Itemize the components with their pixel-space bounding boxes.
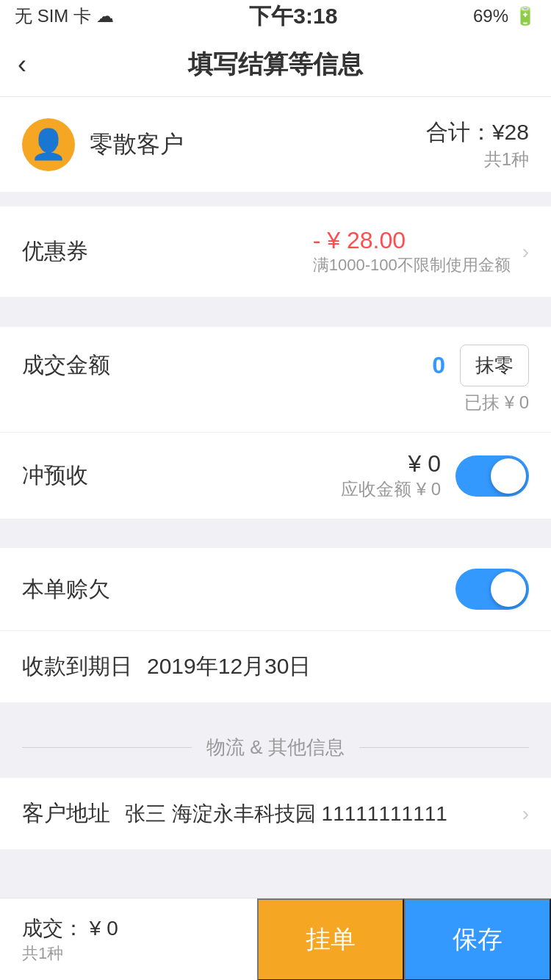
content: 👤 零散客户 合计：¥28 共1种 优惠券 - ¥ 28.00 满1000-10… (0, 97, 551, 952)
total-amount: 合计：¥28 (426, 118, 529, 148)
transaction-section: 成交金额 0 抹零 已抹 ¥ 0 冲预收 ¥ 0 应收金额 ¥ 0 (0, 327, 551, 519)
transaction-value: 0 (432, 352, 445, 379)
battery-icon: 🔋 (514, 6, 536, 26)
transaction-top: 成交金额 0 抹零 (22, 345, 529, 386)
transaction-label: 成交金额 (22, 350, 110, 381)
discount-note: 满1000-100不限制使用金额 (313, 254, 511, 276)
bottom-summary-main: 成交： ¥ 0 (22, 915, 235, 943)
chevron-right-icon: › (522, 240, 529, 264)
coupon-label: 优惠券 (22, 237, 88, 267)
debt-toggle-knob (491, 572, 526, 607)
section-divider-2 (0, 533, 551, 548)
prepay-sub-value: 应收金额 ¥ 0 (341, 478, 441, 501)
address-chevron-icon: › (522, 802, 529, 826)
logistics-title: 物流 & 其他信息 (192, 735, 359, 760)
due-date-value: 2019年12月30日 (147, 652, 311, 682)
prepay-main-value: ¥ 0 (341, 450, 441, 478)
transaction-row: 成交金额 0 抹零 已抹 ¥ 0 (0, 327, 551, 433)
status-bar: 无 SIM 卡 ☁ 下午3:18 69% 🔋 (0, 0, 551, 32)
address-value: 张三 海淀永丰科技园 11111111111 (125, 800, 522, 828)
sim-signal: 无 SIM 卡 ☁ (15, 4, 114, 28)
hang-order-button[interactable]: 挂单 (257, 898, 404, 981)
debt-section: 本单赊欠 收款到期日 2019年12月30日 (0, 548, 551, 702)
section-divider-1 (0, 312, 551, 327)
debt-label: 本单赊欠 (22, 574, 110, 605)
bottom-bar: 成交： ¥ 0 共1种 挂单 保存 (0, 898, 551, 980)
coupon-right: - ¥ 28.00 满1000-100不限制使用金额 › (313, 227, 529, 276)
prepay-label: 冲预收 (22, 461, 88, 491)
due-date-row: 收款到期日 2019年12月30日 (0, 630, 551, 702)
battery-level: 69% (473, 6, 508, 26)
page-title: 填写结算等信息 (188, 48, 363, 82)
toggle-knob (491, 458, 526, 494)
avatar-icon: 👤 (30, 127, 67, 162)
customer-right: 合计：¥28 共1种 (426, 118, 529, 171)
status-left: 无 SIM 卡 ☁ (15, 4, 114, 28)
coupon-values: - ¥ 28.00 满1000-100不限制使用金额 (313, 227, 511, 276)
avatar: 👤 (22, 118, 75, 171)
discount-amount: - ¥ 28.00 (313, 227, 511, 254)
prepay-value: ¥ 0 应收金额 ¥ 0 (341, 450, 441, 501)
prepay-toggle[interactable] (455, 455, 529, 497)
transaction-sub: 已抹 ¥ 0 (22, 391, 529, 414)
logistics-header: 物流 & 其他信息 (0, 717, 551, 778)
total-count: 共1种 (426, 148, 529, 171)
nav-bar: ‹ 填写结算等信息 (0, 32, 551, 97)
customer-name: 零散客户 (90, 129, 184, 161)
status-time: 下午3:18 (249, 1, 337, 32)
debt-row: 本单赊欠 (0, 548, 551, 630)
address-row[interactable]: 客户地址 张三 海淀永丰科技园 11111111111 › (0, 778, 551, 849)
prepay-top: 冲预收 ¥ 0 应收金额 ¥ 0 (22, 450, 529, 501)
due-date-label: 收款到期日 (22, 652, 132, 682)
prepay-row: 冲预收 ¥ 0 应收金额 ¥ 0 (0, 433, 551, 519)
coupon-section[interactable]: 优惠券 - ¥ 28.00 满1000-100不限制使用金额 › (0, 206, 551, 298)
address-label: 客户地址 (22, 799, 110, 829)
transaction-right: 0 抹零 (432, 345, 529, 386)
address-section[interactable]: 客户地址 张三 海淀永丰科技园 11111111111 › (0, 778, 551, 849)
bottom-summary-sub: 共1种 (22, 943, 235, 965)
coupon-row[interactable]: 优惠券 - ¥ 28.00 满1000-100不限制使用金额 › (0, 206, 551, 298)
bottom-summary: 成交： ¥ 0 共1种 (0, 915, 257, 965)
round-zero-button[interactable]: 抹零 (460, 345, 529, 386)
back-button[interactable]: ‹ (18, 49, 26, 80)
status-right: 69% 🔋 (473, 6, 536, 26)
save-button[interactable]: 保存 (404, 898, 551, 981)
customer-section: 👤 零散客户 合计：¥28 共1种 (0, 97, 551, 192)
prepay-right: ¥ 0 应收金额 ¥ 0 (341, 450, 529, 501)
customer-left: 👤 零散客户 (22, 118, 184, 171)
debt-toggle[interactable] (455, 569, 529, 610)
